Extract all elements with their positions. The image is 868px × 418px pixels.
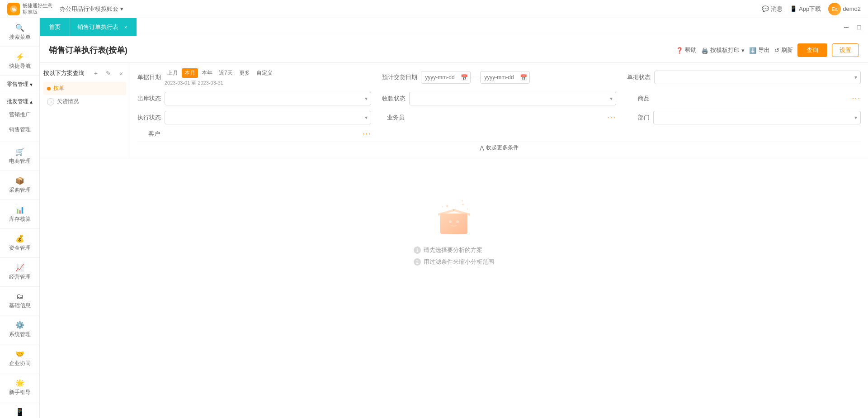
header-right: 💬 消息 📱 App下载 Ea demo2 <box>762 3 861 15</box>
filter-left-actions: + ✎ « <box>91 68 126 78</box>
hint-num-2: 2 <box>414 258 421 266</box>
sidebar-item-cooperation[interactable]: 🤝 企业协同 <box>0 344 39 373</box>
customer-more-button[interactable]: ··· <box>363 130 371 138</box>
logo-text: 畅捷通好生意 标准版 <box>23 3 52 14</box>
date-tab-7days[interactable]: 近7天 <box>216 68 236 78</box>
empty-hints: 1 请先选择要分析的方案 2 用过滤条件来缩小分析范围 <box>414 246 494 266</box>
bill-status-input[interactable] <box>654 71 861 84</box>
dept-input[interactable] <box>653 111 861 124</box>
sidebar-item-wholesale[interactable]: 批发管理 ▴ 营销推广 销售管理 <box>0 93 39 142</box>
refresh-action[interactable]: ↺ 刷新 <box>774 46 793 54</box>
tab-minimize-button[interactable]: ─ <box>841 22 852 33</box>
tab-home[interactable]: 首页 <box>40 18 70 36</box>
filter-collapse-button[interactable]: « <box>116 68 126 78</box>
query-button[interactable]: 查询 <box>797 43 827 57</box>
filter-add-button[interactable]: + <box>91 68 101 78</box>
date-range-display: 2023-03-01 至 2023-03-31 <box>165 80 371 86</box>
sidebar-item-inventory[interactable]: 📊 库存核算 <box>0 200 39 229</box>
salesman-more-button[interactable]: ··· <box>607 114 616 122</box>
filter-option-by-order[interactable]: 按单 <box>43 82 126 95</box>
sidebar-item-appcenter[interactable]: 📱 应用中心 <box>0 402 39 418</box>
sidebar-item-purchase[interactable]: 📦 采购管理 <box>0 171 39 200</box>
bill-status-label: 单据状态 <box>627 73 651 81</box>
filter-dept-row: 部门 ▾ <box>627 111 861 124</box>
sidebar-item-retail[interactable]: 零售管理 ▾ <box>0 76 39 93</box>
search-icon: 🔍 <box>15 24 24 32</box>
minimize-icon: ─ <box>844 24 849 31</box>
salesman-label: 业务员 <box>382 114 405 122</box>
date-start-wrap: 📅 <box>421 71 471 84</box>
sidebar-item-operation[interactable]: 📈 经营管理 <box>0 258 39 287</box>
svg-point-3 <box>462 204 464 205</box>
sidebar-item-basic[interactable]: 🗂 基础信息 <box>0 287 39 315</box>
date-tab-thisyear[interactable]: 本年 <box>199 68 215 78</box>
print-action[interactable]: 🖨️ 按模板打印 ▾ <box>701 46 745 54</box>
message-action[interactable]: 💬 消息 <box>762 5 783 13</box>
system-icon: ⚙️ <box>15 321 24 329</box>
option-dot <box>47 87 51 90</box>
cooperation-icon: 🤝 <box>15 350 24 358</box>
exec-input[interactable] <box>165 111 371 124</box>
date-start-input[interactable] <box>421 71 471 84</box>
finance-icon: 💰 <box>15 234 24 243</box>
goods-more-button[interactable]: ··· <box>852 95 861 103</box>
industry-dropdown[interactable]: 办公用品行业模拟账套 ▾ <box>56 3 127 15</box>
delivery-input[interactable] <box>165 92 371 105</box>
collapse-icon: ⋀ <box>480 145 484 151</box>
sidebar-item-ecommerce[interactable]: 🛒 电商管理 <box>0 142 39 171</box>
operation-icon: 📈 <box>15 263 24 272</box>
sidebar-item-system[interactable]: ⚙️ 系统管理 <box>0 315 39 344</box>
empty-state: ✦ ✦ 1 请先选择要分析的方案 <box>40 159 868 302</box>
sidebar-item-quicknav[interactable]: ⚡ 快捷导航 <box>0 47 39 76</box>
exec-label: 执行状态 <box>137 114 161 122</box>
filter-option-shortage[interactable]: ○ 欠货情况 <box>43 95 126 108</box>
date-tab-custom[interactable]: 自定义 <box>254 68 275 78</box>
date-tab-lastmonth[interactable]: 上月 <box>165 68 181 78</box>
date-tabs: 上月 本月 本年 近7天 更多 自定义 <box>165 68 371 78</box>
sidebar-sub-sales[interactable]: 销售管理 <box>7 122 33 137</box>
svg-point-8 <box>449 220 452 223</box>
svg-point-4 <box>467 209 468 210</box>
date-tab-more[interactable]: 更多 <box>236 68 253 78</box>
option-circle-icon: ○ <box>47 98 54 105</box>
newuser-icon: 🌟 <box>15 379 24 387</box>
filter-panel: 按以下方案查询 + ✎ « <box>40 63 868 159</box>
sidebar-item-finance[interactable]: 💰 资金管理 <box>0 229 39 258</box>
svg-point-5 <box>442 206 443 208</box>
sidebar-item-search[interactable]: 🔍 搜索菜单 <box>0 18 39 47</box>
delivery-label: 出库状态 <box>137 95 161 103</box>
filter-collection-row: 收款状态 ▾ <box>382 92 616 105</box>
sidebar-sub-marketing[interactable]: 营销推广 <box>7 107 33 122</box>
help-icon: ❓ <box>676 47 683 54</box>
date-end-input[interactable] <box>480 71 530 84</box>
svg-point-9 <box>456 220 459 223</box>
date-tab-thismonth[interactable]: 本月 <box>182 68 198 78</box>
quicknav-icon: ⚡ <box>15 52 24 61</box>
settings-button[interactable]: 设置 <box>832 43 859 57</box>
sidebar: 🔍 搜索菜单 ⚡ 快捷导航 零售管理 ▾ 批发管理 ▴ 营销推广 销售管理 <box>0 18 40 418</box>
app-download-action[interactable]: 📱 App下载 <box>790 5 821 13</box>
tab-bar: 首页 销售订单执行表 × ─ □ <box>40 18 868 36</box>
page-header: 销售订单执行表(按单) ❓ 帮助 🖨️ 按模板打印 ▾ ⬇️ <box>40 36 868 63</box>
filter-edit-button[interactable]: ✎ <box>104 68 113 78</box>
user-area[interactable]: Ea demo2 <box>828 3 861 15</box>
export-action[interactable]: ⬇️ 导出 <box>749 46 770 54</box>
maximize-icon: □ <box>857 24 861 31</box>
tab-active[interactable]: 销售订单执行表 × <box>70 18 137 36</box>
sidebar-item-newuser[interactable]: 🌟 新手引导 <box>0 373 39 402</box>
svg-text:✦: ✦ <box>445 203 449 209</box>
empty-hint-2: 2 用过滤条件来缩小分析范围 <box>414 258 494 266</box>
date-label: 单据日期 <box>137 73 161 81</box>
filter-grid: 单据日期 上月 本月 本年 近7天 更多 自定义 <box>137 68 861 138</box>
purchase-icon: 📦 <box>15 176 24 185</box>
tab-maximize-button[interactable]: □ <box>854 22 864 33</box>
dept-label: 部门 <box>627 114 650 122</box>
filter-bill-status-row: 单据状态 ▾ <box>627 68 861 86</box>
tab-close-button[interactable]: × <box>122 24 129 31</box>
collapse-filter-button[interactable]: ⋀ 收起更多条件 <box>137 142 861 153</box>
customer-label: 客户 <box>137 130 160 138</box>
help-action[interactable]: ❓ 帮助 <box>676 46 697 54</box>
goods-label: 商品 <box>627 95 650 103</box>
filter-date-row: 单据日期 上月 本月 本年 近7天 更多 自定义 <box>137 68 371 86</box>
collection-input[interactable] <box>409 92 616 105</box>
